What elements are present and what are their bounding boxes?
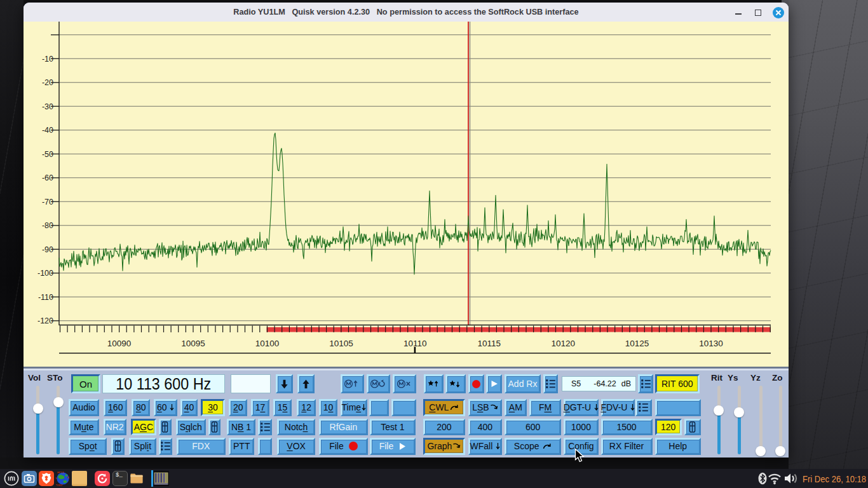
svg-text:-20: -20 (42, 78, 53, 87)
svg-text:10095: 10095 (181, 339, 205, 348)
svg-text:10105: 10105 (329, 339, 353, 348)
svg-text:-50: -50 (42, 150, 53, 159)
svg-text:-40: -40 (42, 126, 53, 135)
svg-text:HF*CX: HF*CX (57, 471, 64, 474)
svg-text:-30: -30 (42, 102, 53, 111)
svg-text:-100: -100 (37, 269, 53, 278)
svg-text:-120: -120 (37, 316, 53, 325)
svg-text:-10: -10 (42, 55, 53, 64)
svg-text:-60: -60 (42, 173, 53, 182)
svg-text:-90: -90 (42, 245, 53, 254)
svg-text:R: R (67, 477, 69, 479)
svg-text:-80: -80 (42, 221, 53, 230)
svg-text:-110: -110 (38, 293, 53, 302)
svg-text:3: 3 (55, 477, 57, 480)
svg-text:IN BST: IN BST (55, 484, 63, 486)
svg-text:10130: 10130 (699, 339, 723, 348)
svg-text:10110: 10110 (403, 339, 427, 348)
svg-text:10125: 10125 (625, 339, 649, 348)
svg-text:10100: 10100 (255, 339, 280, 348)
svg-text:-70: -70 (42, 198, 53, 207)
svg-text:10090: 10090 (107, 339, 132, 348)
svg-text:10120: 10120 (551, 339, 575, 348)
svg-text:10115: 10115 (478, 339, 501, 348)
